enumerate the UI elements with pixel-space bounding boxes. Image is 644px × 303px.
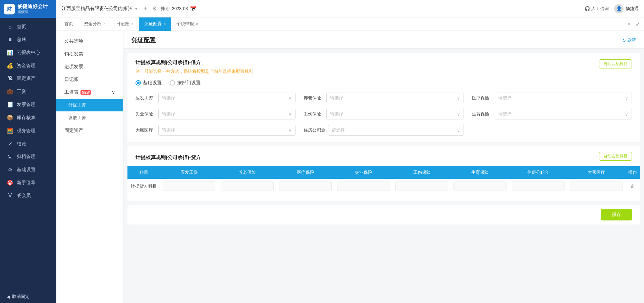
left-nav-accrual-label: 计提工资 xyxy=(68,102,86,108)
tab-tax-close[interactable]: × xyxy=(196,22,198,26)
select-gjj[interactable]: 请选择 ∨ xyxy=(328,125,464,136)
period-display: 账期 2023-03 📅 xyxy=(161,5,197,12)
radio-basic-label: 基础设置 xyxy=(143,80,162,86)
sidebar-item-archive[interactable]: 🗂 归档管理 xyxy=(0,150,56,163)
inventory-icon: 📦 xyxy=(7,114,13,121)
sidebar-item-settings[interactable]: ⚙ 基础设置 xyxy=(0,163,56,176)
label-shiye: 失业保险 xyxy=(136,111,156,117)
td-row-label: 计提贷方科目 xyxy=(127,179,160,194)
sidebar-item-tax[interactable]: 🧮 税务管理 xyxy=(0,124,56,137)
tab-voucher-close[interactable]: × xyxy=(164,22,166,26)
input-credit-gjj[interactable] xyxy=(512,182,565,191)
left-nav-pay-salary[interactable]: 发放工资 xyxy=(56,111,123,124)
left-nav-journal[interactable]: 日记账 xyxy=(56,73,123,86)
tab-voucher-config[interactable]: 凭证配置 × xyxy=(139,17,171,31)
company-dropdown-icon: ▼ xyxy=(134,6,138,11)
sidebar-item-guide[interactable]: 🎯 新手引导 xyxy=(0,176,56,189)
sidebar-nav: ⌂ 首页 ≡ 总账 📊 云报表中心 💰 资金管理 🏗 固定资产 💼 工资 🧾 发… xyxy=(0,18,56,290)
debit-form-grid: 应发工资 请选择 ∨ 养老保险 请选择 ∨ 医疗 xyxy=(136,93,632,136)
refresh-button[interactable]: ↻ 刷新 xyxy=(622,37,636,43)
select-shengyu[interactable]: 请选择 ∨ xyxy=(495,109,632,119)
left-nav-fixed-assets[interactable]: 固定资产 xyxy=(56,124,123,137)
input-credit-yifa[interactable] xyxy=(163,182,215,191)
delete-row-button[interactable]: 🗑 xyxy=(630,184,635,189)
funds-icon: 💰 xyxy=(7,62,13,69)
left-nav-accrual[interactable]: 计提工资 xyxy=(56,99,123,111)
tab-home[interactable]: 首页 xyxy=(59,17,78,31)
sidebar-item-vip[interactable]: V 畅会员 xyxy=(0,189,56,202)
logo-title: 畅捷通好会计 xyxy=(17,3,48,9)
th-shiye: 失业保险 xyxy=(334,166,392,179)
sidebar-item-salary[interactable]: 💼 工资 xyxy=(0,85,56,98)
select-dae[interactable]: 请选择 ∨ xyxy=(158,125,296,136)
label-yiliao: 医疗保险 xyxy=(472,95,492,101)
radio-basic[interactable]: 基础设置 xyxy=(136,80,162,86)
add-company-button[interactable]: + xyxy=(142,5,149,12)
tab-funds-close[interactable]: × xyxy=(103,22,105,26)
radio-dept[interactable]: 按部门设置 xyxy=(170,80,201,86)
tab-journal-close[interactable]: × xyxy=(131,22,133,26)
select-yanglao[interactable]: 请选择 ∨ xyxy=(326,93,464,103)
page-header: 凭证配置 ↻ 刷新 xyxy=(123,31,644,49)
close-period-icon: ✓ xyxy=(7,141,13,147)
left-nav-public[interactable]: 公共选项 xyxy=(56,35,123,48)
tab-home-label: 首页 xyxy=(64,21,73,27)
form-row-yifa: 应发工资 请选择 ∨ xyxy=(136,93,296,103)
sidebar-item-reports[interactable]: 📊 云报表中心 xyxy=(0,46,56,59)
debit-auto-match-button[interactable]: 自动匹配科目 xyxy=(599,59,632,68)
sidebar-logo[interactable]: 财 畅捷通好会计 旗舰版 xyxy=(0,0,56,18)
input-credit-shengyu[interactable] xyxy=(453,182,506,191)
sidebar-item-label: 税务管理 xyxy=(17,128,36,134)
settings-gear-icon[interactable]: ⚙ xyxy=(152,5,157,12)
td-shiye-input-cell xyxy=(334,179,392,194)
table-row: 计提贷方科目 xyxy=(127,179,640,194)
page-footer: 保存 xyxy=(127,205,640,224)
sidebar-item-ledger[interactable]: ≡ 总账 xyxy=(0,33,56,46)
sidebar-item-assets[interactable]: 🏗 固定资产 xyxy=(0,72,56,85)
left-nav-sales-invoice[interactable]: 销项发票 xyxy=(56,48,123,60)
select-yiliao[interactable]: 请选择 ∨ xyxy=(495,93,632,103)
select-shiye[interactable]: 请选择 ∨ xyxy=(158,109,296,119)
select-gongshang[interactable]: 请选择 ∨ xyxy=(326,109,464,119)
sidebar-item-invoice[interactable]: 🧾 发票管理 xyxy=(0,98,56,111)
sidebar-unpin-button[interactable]: ◀ 取消固定 xyxy=(0,290,56,303)
input-credit-dae[interactable] xyxy=(570,182,623,191)
label-yifa: 应发工资 xyxy=(136,95,156,101)
sidebar-item-home[interactable]: ⌂ 首页 xyxy=(0,20,56,33)
left-nav-payroll-table[interactable]: 工资表 NEW ∨ xyxy=(56,86,123,99)
input-credit-gongshang[interactable] xyxy=(395,182,448,191)
save-button[interactable]: 保存 xyxy=(601,209,632,220)
input-credit-shiye[interactable] xyxy=(337,182,390,191)
tab-funds[interactable]: 资金分析 × xyxy=(78,17,111,31)
sidebar-item-label: 资金管理 xyxy=(17,63,36,69)
label-yanglao: 养老保险 xyxy=(304,95,324,101)
expand-button[interactable]: ⤢ xyxy=(634,19,641,29)
tab-journal[interactable]: 日记账 × xyxy=(111,17,139,31)
th-yifa: 应发工资 xyxy=(160,166,218,179)
select-yifa[interactable]: 请选择 ∨ xyxy=(158,93,296,103)
td-yanglao-input-cell xyxy=(218,179,276,194)
td-yifa-input-cell xyxy=(160,179,218,194)
content-area: 公共选项 销项发票 进项发票 日记账 工资表 NEW ∨ xyxy=(56,31,644,303)
input-credit-yiliao[interactable] xyxy=(279,182,332,191)
select-shengyu-placeholder: 请选择 xyxy=(498,111,512,117)
tab-voucher-label: 凭证配置 xyxy=(144,21,162,27)
left-nav-sales-label: 销项发票 xyxy=(64,51,83,57)
left-nav-purchase-invoice[interactable]: 进项发票 xyxy=(56,60,123,73)
user-menu[interactable]: 👤 畅捷通 xyxy=(614,4,639,13)
close-all-tabs-button[interactable]: × xyxy=(626,20,632,29)
input-credit-yanglao[interactable] xyxy=(221,182,273,191)
sidebar-item-inventory[interactable]: 📦 库存核算 xyxy=(0,111,56,124)
sidebar-item-label: 工资 xyxy=(17,89,26,95)
tab-tax[interactable]: 个税申报 × xyxy=(171,17,203,31)
sidebar-item-close[interactable]: ✓ 结账 xyxy=(0,137,56,150)
form-row-gjj: 住房公积金 请选择 ∨ xyxy=(304,125,464,136)
service-button[interactable]: 🎧 人工咨询 xyxy=(585,6,609,12)
debit-section: 计提核算规则(公司承担)-借方 注：只能选择一种方式，系统将按照您当前的选择来配… xyxy=(127,53,640,142)
credit-auto-match-button[interactable]: 自动匹配科目 xyxy=(599,152,632,161)
assets-icon: 🏗 xyxy=(7,75,13,82)
tab-tax-label: 个税申报 xyxy=(176,21,194,27)
calendar-icon[interactable]: 📅 xyxy=(190,5,197,12)
sidebar-item-funds[interactable]: 💰 资金管理 xyxy=(0,59,56,72)
company-selector[interactable]: 江西服宝精品有限责任公司内账张 ▼ xyxy=(62,6,138,12)
